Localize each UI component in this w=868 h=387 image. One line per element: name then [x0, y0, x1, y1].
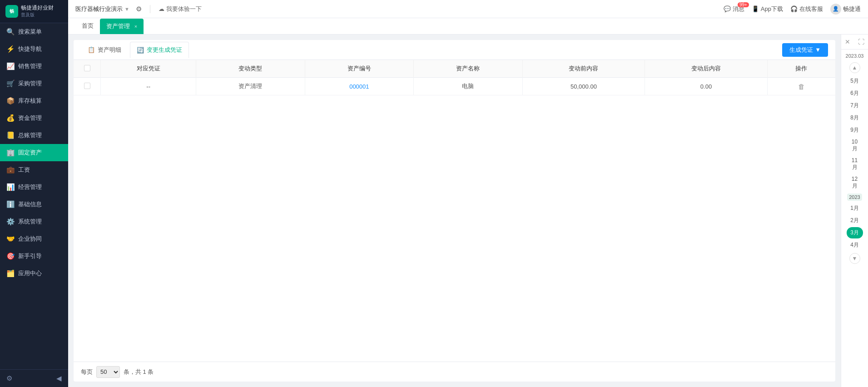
company-chevron-icon: ▼ — [124, 6, 129, 12]
delete-icon[interactable]: 🗑 — [798, 83, 805, 90]
sidebar-item-enterprise[interactable]: 🤝企业协同 — [0, 230, 68, 248]
timeline-month-2023-1[interactable]: 1月 — [847, 203, 863, 214]
timeline-year-label: 2023.03 — [846, 51, 864, 60]
sidebar-item-label: 库存核算 — [18, 97, 42, 105]
timeline-month-10[interactable]: 10月 — [847, 137, 863, 154]
tab-home[interactable]: 首页 — [75, 18, 100, 35]
sidebar-item-search[interactable]: 🔍搜索菜单 — [0, 23, 68, 40]
row-name: 电脑 — [414, 78, 523, 95]
sidebar-item-app-center[interactable]: 🗂️应用中心 — [0, 265, 68, 282]
company-name: 医疗器械行业演示 — [75, 5, 123, 13]
sidebar: 畅 畅捷通好业财 普及版 🔍搜索菜单⚡快捷导航📈销售管理🛒采购管理📦库存核算💰资… — [0, 0, 68, 387]
sidebar-item-label: 基础信息 — [18, 200, 42, 208]
sidebar-item-purchase[interactable]: 🛒采购管理 — [0, 75, 68, 92]
inventory-icon: 📦 — [6, 97, 15, 105]
row-before: 50,000.00 — [522, 78, 645, 95]
app-download-button[interactable]: 📱 App下载 — [752, 5, 783, 13]
sidebar-item-guide[interactable]: 🎯新手引导 — [0, 248, 68, 265]
timeline-month-8[interactable]: 8月 — [847, 112, 863, 124]
user-avatar: 👤 — [830, 4, 841, 15]
tab-asset-management[interactable]: 资产管理 × — [100, 19, 144, 34]
year-2023-label: 2023 — [847, 194, 862, 201]
settings-gear-icon[interactable]: ⚙ — [136, 5, 142, 13]
sidebar-item-label: 总账管理 — [18, 131, 42, 139]
tab-asset-detail[interactable]: 📋 资产明细 — [81, 42, 128, 58]
tab-close-icon[interactable]: × — [134, 24, 137, 29]
enterprise-icon: 🤝 — [6, 235, 15, 243]
topbar: 医疗器械行业演示 ▼ ⚙ ☁ 我要体验一下 💬 消息 99+ 📱 App下载 🎧… — [68, 0, 868, 18]
tab-change-voucher[interactable]: 🔄 变更生成凭证 — [130, 42, 189, 58]
panel-expand-icon[interactable]: ⛶ — [858, 38, 864, 45]
sidebar-item-quick-nav[interactable]: ⚡快捷导航 — [0, 40, 68, 58]
sidebar-item-label: 应用中心 — [18, 269, 42, 278]
timeline-month-2023-4[interactable]: 4月 — [847, 239, 863, 251]
header-after: 变动后内容 — [645, 60, 768, 78]
logo-icon: 畅 — [5, 5, 18, 18]
timeline: 2023.03 ▲ 5月 6月 7月 8月 9月 10月 11月 12月 202… — [841, 50, 868, 383]
topbar-divider — [150, 5, 150, 13]
timeline-month-9[interactable]: 9月 — [847, 124, 863, 136]
customer-service-button[interactable]: 🎧 在线客服 — [790, 5, 823, 13]
sidebar-item-wages[interactable]: 💼工资 — [0, 161, 68, 179]
generate-voucher-button[interactable]: 生成凭证 ▼ — [782, 43, 828, 57]
sidebar-item-ledger[interactable]: 📒总账管理 — [0, 127, 68, 144]
customer-service-icon: 🎧 — [790, 5, 798, 12]
panel-close-icon[interactable]: ✕ — [845, 38, 850, 45]
settings-icon[interactable]: ⚙ — [6, 374, 12, 382]
header-type: 变动类型 — [196, 60, 305, 78]
search-icon: 🔍 — [6, 28, 15, 36]
sidebar-item-label: 采购管理 — [18, 79, 42, 88]
timeline-month-7[interactable]: 7月 — [847, 100, 863, 111]
timeline-month-2023-3[interactable]: 3月 — [847, 227, 863, 238]
select-all-checkbox[interactable] — [84, 65, 90, 71]
sidebar-item-sales[interactable]: 📈销售管理 — [0, 58, 68, 75]
sidebar-item-operations[interactable]: 📊经营管理 — [0, 179, 68, 196]
row-checkbox-cell — [74, 78, 101, 95]
content-area: 📋 资产明细 🔄 变更生成凭证 生成凭证 ▼ — [68, 35, 868, 387]
row-checkbox[interactable] — [84, 83, 90, 89]
header-code: 资产编号 — [305, 60, 414, 78]
collapse-icon[interactable]: ◀ — [56, 374, 62, 382]
operations-icon: 📊 — [6, 183, 15, 191]
sidebar-item-inventory[interactable]: 📦库存核算 — [0, 92, 68, 109]
table-body: -- 资产清理 000001 电脑 50,000.00 0.00 🗑 — [74, 78, 835, 95]
sidebar-logo: 畅 畅捷通好业财 普及版 — [0, 0, 68, 23]
purchase-icon: 🛒 — [6, 79, 15, 88]
main-card: 📋 资产明细 🔄 变更生成凭证 生成凭证 ▼ — [74, 40, 835, 382]
timeline-scroll-up[interactable]: ▲ — [849, 62, 860, 73]
panel-header: ✕ ⛶ — [841, 38, 868, 50]
content-main: 📋 资产明细 🔄 变更生成凭证 生成凭证 ▼ — [68, 35, 841, 387]
timeline-scroll-down[interactable]: ▼ — [849, 253, 860, 264]
experience-button[interactable]: ☁ 我要体验一下 — [159, 5, 202, 13]
right-panel: ✕ ⛶ 2023.03 ▲ 5月 6月 7月 8月 9月 10月 11月 12月… — [841, 35, 868, 387]
asset-detail-icon: 📋 — [88, 46, 95, 53]
timeline-month-2023-2[interactable]: 2月 — [847, 215, 863, 226]
sidebar-item-fund[interactable]: 💰资金管理 — [0, 109, 68, 127]
row-type: 资产清理 — [196, 78, 305, 95]
timeline-month-5[interactable]: 5月 — [847, 75, 863, 87]
sidebar-item-label: 快捷导航 — [18, 45, 42, 53]
timeline-month-12[interactable]: 12月 — [847, 174, 863, 192]
sidebar-item-basic-info[interactable]: ℹ️基础信息 — [0, 196, 68, 213]
per-page-select[interactable]: 50 10 20 100 — [96, 366, 120, 378]
guide-icon: 🎯 — [6, 252, 15, 260]
fixed-assets-icon: 🏢 — [6, 149, 15, 157]
system-icon: ⚙️ — [6, 218, 15, 226]
sidebar-item-label: 新手引导 — [18, 252, 42, 260]
total-text: 条，共 1 条 — [124, 368, 154, 376]
sales-icon: 📈 — [6, 62, 15, 70]
sidebar-item-label: 工资 — [18, 166, 30, 174]
timeline-month-6[interactable]: 6月 — [847, 88, 863, 99]
sidebar-item-label: 资金管理 — [18, 114, 42, 122]
messages-button[interactable]: 💬 消息 99+ — [724, 5, 744, 13]
sidebar-item-label: 经营管理 — [18, 183, 42, 191]
main-area: 医疗器械行业演示 ▼ ⚙ ☁ 我要体验一下 💬 消息 99+ 📱 App下载 🎧… — [68, 0, 868, 387]
ledger-icon: 📒 — [6, 131, 15, 139]
sidebar-item-fixed-assets[interactable]: 🏢固定资产 — [0, 144, 68, 161]
company-selector[interactable]: 医疗器械行业演示 ▼ — [75, 5, 129, 13]
generate-chevron-icon: ▼ — [815, 46, 821, 53]
sidebar-item-label: 搜索菜单 — [18, 28, 42, 36]
sidebar-item-system[interactable]: ⚙️系统管理 — [0, 213, 68, 230]
timeline-month-11[interactable]: 11月 — [847, 155, 863, 173]
user-menu-button[interactable]: 👤 畅捷通 — [830, 4, 861, 15]
